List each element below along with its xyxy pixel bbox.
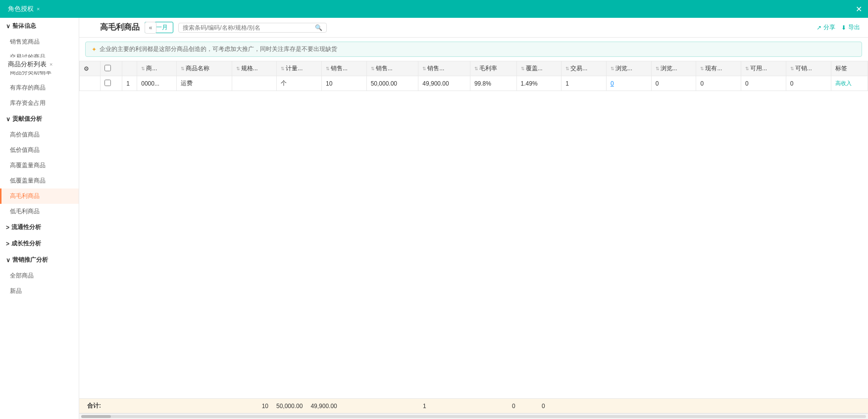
share-icon: ↗	[817, 24, 821, 31]
export-label: 导出	[848, 23, 860, 32]
col-header-coverage[interactable]: ⇅覆盖...	[516, 61, 562, 76]
footer-sales-amount: 50,000.00	[272, 403, 306, 410]
tab-roles[interactable]: 角色授权×	[2, 2, 58, 16]
col-header-browse2[interactable]: ⇅浏览...	[651, 61, 696, 76]
tab-close-roles[interactable]: ×	[37, 6, 40, 12]
col-header-available[interactable]: ⇅可用...	[741, 61, 786, 76]
footer-sales-cost: 49,900.00	[306, 403, 341, 410]
sidebar-item-low-price[interactable]: 低价值商品	[0, 142, 79, 158]
col-header-unit[interactable]: ⇅计量...	[277, 61, 322, 76]
sort-icon: ⇅	[745, 66, 749, 71]
horizontal-scrollbar[interactable]	[79, 413, 868, 419]
page-title: 高毛利商品	[100, 22, 140, 33]
sidebar-item-inventory-goods[interactable]: 有库存的商品	[0, 80, 79, 95]
sort-icon: ⇅	[565, 66, 569, 71]
row-checkbox[interactable]	[104, 80, 111, 86]
select-all-checkbox[interactable]	[104, 65, 111, 71]
main-layout: ∨整体信息销售览商品交易过的商品商品分类助销率有库存的商品库存资金占用∨贡献值分…	[0, 18, 868, 419]
sidebar-group-marketing[interactable]: ∨营销推广分析	[0, 252, 79, 268]
sidebar-group-financial[interactable]: ∨贡献值分析	[0, 111, 79, 127]
tab-products[interactable]: 产成品入库单×	[2, 16, 58, 30]
tab-close-analysis[interactable]: ×	[37, 47, 40, 53]
sort-icon: ⇅	[656, 66, 660, 71]
tag-badge: 高收入	[835, 80, 852, 86]
col-label: 现有...	[705, 64, 722, 73]
settings-icon[interactable]: ⚙	[84, 65, 89, 72]
sort-icon: ⇅	[700, 66, 704, 71]
sidebar-item-low-margin[interactable]: 低毛利商品	[0, 204, 79, 219]
arrow-icon: >	[6, 240, 9, 247]
col-header-sales_qty[interactable]: ⇅销售...	[321, 61, 366, 76]
header-actions: ↗ 分享 ⬇ 导出	[817, 23, 860, 32]
col-header-index	[122, 61, 137, 76]
sort-icon: ⇅	[371, 66, 375, 71]
sidebar-item-new-goods[interactable]: 新品	[0, 283, 79, 299]
col-label: 浏览...	[615, 64, 632, 73]
table-header-row: ⚙⇅商...⇅商品名称⇅规格...⇅计量...⇅销售...⇅销售...⇅销售..…	[80, 61, 868, 76]
footer-label: 合计:	[83, 402, 109, 410]
cell-current_stock: 0	[696, 76, 741, 91]
col-header-browse1[interactable]: ⇅浏览...	[607, 61, 652, 76]
sort-icon: ⇅	[236, 66, 240, 71]
col-label: 商品名称	[186, 64, 209, 73]
col-header-spec[interactable]: ⇅规格...	[232, 61, 277, 76]
table-body: 10000...运费个1050,000.0049,900.0099.8%1.49…	[80, 76, 868, 91]
close-window-icon[interactable]: ✕	[856, 4, 866, 14]
share-button[interactable]: ↗ 分享	[817, 23, 835, 32]
sidebar-item-high-margin[interactable]: 高毛利商品	[0, 188, 79, 204]
info-message: 企业的主要的利润都是这部分商品创造的，可考虑加大推广，同时关注库存是不要出现缺货	[100, 45, 337, 53]
col-label: 可用...	[750, 64, 767, 73]
sidebar-item-high-price[interactable]: 高价值商品	[0, 127, 79, 142]
share-label: 分享	[823, 23, 835, 32]
sidebar-item-inventory-capital[interactable]: 库存资金占用	[0, 95, 79, 111]
tab-close-templates[interactable]: ×	[50, 34, 52, 40]
tab-analysis-list[interactable]: 商品分析列表×	[2, 57, 58, 71]
col-label: 销售...	[427, 64, 444, 73]
arrow-icon: >	[6, 224, 9, 231]
col-header-code[interactable]: ⇅商...	[137, 61, 177, 76]
group-label: 营销推广分析	[12, 256, 48, 264]
footer-sales-qty: 10	[243, 403, 272, 410]
sidebar-item-all-goods[interactable]: 全部商品	[0, 268, 79, 283]
col-header-transaction[interactable]: ⇅交易...	[562, 61, 607, 76]
sidebar: ∨整体信息销售览商品交易过的商品商品分类助销率有库存的商品库存资金占用∨贡献值分…	[0, 18, 79, 419]
content-header: 高毛利商品 近一月 🔍 ↗ 分享 ⬇ 导出	[79, 18, 868, 38]
col-label: 计量...	[286, 64, 303, 73]
collapse-sidebar-button[interactable]: «	[145, 22, 156, 34]
col-header-name[interactable]: ⇅商品名称	[177, 61, 232, 76]
col-header-sales_amount[interactable]: ⇅销售...	[366, 61, 418, 76]
sidebar-item-low-sales-amount[interactable]: 低覆盖量商品	[0, 173, 79, 188]
sidebar-group-flow[interactable]: >流通性分析	[0, 219, 79, 235]
tab-close-analysis-list[interactable]: ×	[50, 61, 52, 67]
table-wrapper: ⚙⇅商...⇅商品名称⇅规格...⇅计量...⇅销售...⇅销售...⇅销售..…	[79, 61, 868, 398]
col-label: 销售...	[331, 64, 348, 73]
cell-sales_amount: 50,000.00	[366, 76, 418, 91]
sort-icon: ⇅	[790, 66, 794, 71]
cell-sellable: 0	[786, 76, 831, 91]
col-label: 规格...	[241, 64, 258, 73]
col-header-sales_cost[interactable]: ⇅销售...	[418, 61, 470, 76]
col-label: 覆盖...	[526, 64, 543, 73]
sidebar-item-high-sales-amount[interactable]: 高覆盖量商品	[0, 158, 79, 173]
content-area: 高毛利商品 近一月 🔍 ↗ 分享 ⬇ 导出 «	[79, 18, 868, 419]
info-icon: ✦	[92, 46, 97, 53]
tab-templates[interactable]: 单据模板设置×	[2, 30, 58, 44]
export-button[interactable]: ⬇ 导出	[841, 23, 860, 32]
cell-name: 运费	[177, 76, 232, 91]
table-footer: 合计: 10 50,000.00 49,900.00 1 0 0	[79, 398, 868, 413]
col-header-margin_rate[interactable]: ⇅毛利率	[470, 61, 516, 76]
tab-close-products[interactable]: ×	[50, 20, 52, 26]
sort-icon: ⇅	[141, 66, 145, 71]
col-header-sellable[interactable]: ⇅可销...	[786, 61, 831, 76]
cell-spec	[232, 76, 277, 91]
tab-analysis[interactable]: 商品分析×	[2, 44, 58, 57]
sort-icon: ⇅	[326, 66, 330, 71]
sidebar-group-growth[interactable]: >成长性分析	[0, 235, 79, 252]
scrollbar-thumb[interactable]	[81, 415, 111, 418]
scrollbar-track	[81, 415, 866, 418]
search-input[interactable]	[183, 24, 315, 31]
browse-link[interactable]: 0	[611, 80, 614, 87]
search-icon[interactable]: 🔍	[315, 24, 322, 31]
tabs-container: 首页销售单×进货单×权限设置×角色授权×产成品入库单×单据模板设置×商品分析×商…	[2, 0, 58, 71]
col-header-current_stock[interactable]: ⇅现有...	[696, 61, 741, 76]
